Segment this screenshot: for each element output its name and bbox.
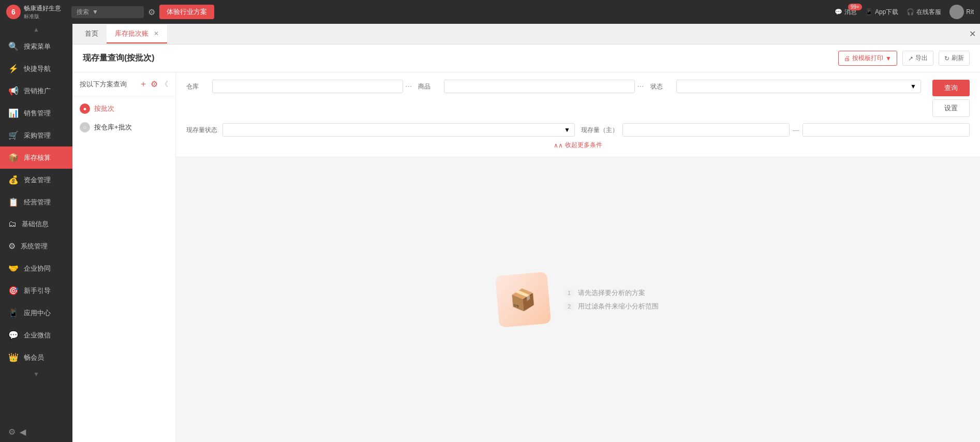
empty-illustration: 📦 <box>495 272 551 328</box>
logo-area: 6 畅康通好生意 标准版 <box>6 4 61 20</box>
tab-home[interactable]: 首页 <box>77 25 107 43</box>
user-avatar <box>949 5 964 19</box>
sidebar-item-quick-nav[interactable]: ⚡ 快捷导航 <box>0 57 72 80</box>
username-label: Rit <box>966 8 974 16</box>
sidebar-item-newbie[interactable]: 🎯 新手引导 <box>0 279 72 302</box>
sidebar-item-system[interactable]: ⚙ 系统管理 <box>0 235 72 257</box>
status-select[interactable]: ▼ <box>676 80 922 93</box>
collapse-up-icon: ∧∧ <box>554 142 563 149</box>
quantity-max-input[interactable] <box>803 123 970 137</box>
collapse-filters-button[interactable]: ∧∧ 收起更多条件 <box>186 141 970 150</box>
sidebar-item-purchase[interactable]: 🛒 采购管理 <box>0 124 72 146</box>
sales-icon: 📊 <box>8 108 19 118</box>
sidebar-item-marketing[interactable]: 📢 营销推广 <box>0 80 72 102</box>
sidebar-item-vip[interactable]: 👑 畅会员 <box>0 346 72 369</box>
warehouse-label: 仓库 <box>186 82 212 91</box>
refresh-button[interactable]: ↻ 刷新 <box>939 51 970 66</box>
header-right: 💬 消息 99+ 📱 App下载 🎧 在线客服 Rit <box>835 5 974 19</box>
filter-area: 仓库 ··· 商品 ··· 状态 <box>176 72 980 157</box>
header-middle: 搜索 ▼ ⚙ 体验行业方案 <box>61 5 835 19</box>
quantity-min-input[interactable] <box>622 123 790 137</box>
sidebar-item-label: 搜索菜单 <box>24 42 51 51</box>
warehouse-input[interactable] <box>212 80 403 93</box>
app-download-button[interactable]: 📱 App下载 <box>865 8 898 17</box>
app-center-icon: 📱 <box>8 308 19 318</box>
main-layout: ▲ 🔍 搜索菜单 ⚡ 快捷导航 📢 营销推广 📊 销售管理 🛒 采购管理 📦 库… <box>0 24 980 442</box>
inventory-status-filter-group: 现存量状态 ▼ <box>186 123 575 137</box>
message-icon: 💬 <box>835 8 842 16</box>
page-title: 现存量查询(按批次) <box>83 53 155 64</box>
page-actions: 🖨 按模板打印 ▼ ↗ 导出 ↻ 刷新 <box>838 51 970 66</box>
sidebar: ▲ 🔍 搜索菜单 ⚡ 快捷导航 📢 营销推广 📊 销售管理 🛒 采购管理 📦 库… <box>0 24 72 442</box>
product-more-icon[interactable]: ··· <box>637 82 644 91</box>
basics-icon: 🗂 <box>8 219 17 229</box>
header-search-bar[interactable]: 搜索 ▼ <box>71 6 144 18</box>
tab-bar-close-button[interactable]: ✕ <box>969 29 976 39</box>
finance-icon: 💰 <box>8 175 19 185</box>
sidebar-item-enterprise[interactable]: 🤝 企业协同 <box>0 257 72 279</box>
range-dash: — <box>793 126 799 134</box>
sidebar-item-finance[interactable]: 💰 资金管理 <box>0 169 72 191</box>
newbie-icon: 🎯 <box>8 286 19 296</box>
sidebar-scroll-up[interactable]: ▲ <box>0 24 72 35</box>
user-area[interactable]: Rit <box>949 5 974 19</box>
sidebar-item-enterprise-wechat[interactable]: 💬 企业微信 <box>0 324 72 346</box>
search-dropdown-arrow: ▼ <box>92 8 98 16</box>
empty-state: 📦 1 请先选择要分析的方案 2 用过滤条件来缩小分析范围 <box>176 157 980 442</box>
warehouse-more-icon[interactable]: ··· <box>405 82 412 91</box>
refresh-icon: ↻ <box>944 55 949 62</box>
tab-inventory-batch[interactable]: 库存批次账 ✕ <box>107 25 167 43</box>
sidebar-item-search-menu[interactable]: 🔍 搜索菜单 <box>0 35 72 57</box>
collapse-panel-button[interactable]: 《 <box>161 80 168 89</box>
export-button[interactable]: ↗ 导出 <box>902 51 933 66</box>
sidebar-item-label: 资金管理 <box>24 175 51 185</box>
sidebar-item-label: 企业微信 <box>24 331 51 340</box>
empty-tip-2: 2 用过滤条件来缩小分析范围 <box>565 302 659 311</box>
sidebar-item-inventory[interactable]: 📦 库存核算 <box>0 146 72 169</box>
export-icon: ↗ <box>908 55 913 62</box>
collapse-filters-label: 收起更多条件 <box>565 141 602 150</box>
tab-bar: 首页 库存批次账 ✕ ✕ <box>72 24 980 45</box>
sidebar-collapse-button[interactable]: ◀ <box>20 427 26 437</box>
sidebar-item-label: 快捷导航 <box>24 64 51 73</box>
vip-icon: 👑 <box>8 352 19 362</box>
plan-settings-button[interactable]: ⚙ <box>151 79 158 89</box>
plan-item-by-batch[interactable]: ● 按批次 <box>72 99 175 118</box>
sidebar-item-basics[interactable]: 🗂 基础信息 <box>0 213 72 235</box>
operations-icon: 📋 <box>8 197 19 207</box>
sidebar-scroll-down[interactable]: ▼ <box>0 369 72 380</box>
search-label: 搜索 <box>77 8 89 17</box>
product-filter-group: 商品 ··· <box>418 80 644 93</box>
top-header: 6 畅康通好生意 标准版 搜索 ▼ ⚙ 体验行业方案 💬 消息 99+ 📱 Ap… <box>0 0 980 24</box>
messages-button[interactable]: 💬 消息 99+ <box>835 8 857 17</box>
try-industry-button[interactable]: 体验行业方案 <box>159 5 214 19</box>
query-button[interactable]: 查询 <box>932 80 970 96</box>
plan-item-by-warehouse-batch[interactable]: ○ 按仓库+批次 <box>72 118 175 137</box>
print-button[interactable]: 🖨 按模板打印 ▼ <box>838 51 897 66</box>
tab-close-icon[interactable]: ✕ <box>154 30 159 37</box>
sidebar-item-label: 企业协同 <box>24 264 51 273</box>
quantity-label: 现存量（主） <box>581 126 622 135</box>
sidebar-settings-button[interactable]: ⚙ <box>8 427 16 437</box>
product-input[interactable] <box>444 80 635 93</box>
plan-icon-active: ● <box>80 104 90 114</box>
status-filter-group: 状态 ▼ <box>650 80 922 93</box>
sidebar-item-operations[interactable]: 📋 经营管理 <box>0 191 72 213</box>
online-service-button[interactable]: 🎧 在线客服 <box>907 8 941 17</box>
sidebar-item-app-center[interactable]: 📱 应用中心 <box>0 302 72 324</box>
sidebar-item-sales[interactable]: 📊 销售管理 <box>0 102 72 124</box>
sidebar-bottom: ⚙ ◀ <box>0 422 72 442</box>
sidebar-item-label: 经营管理 <box>24 198 51 207</box>
print-icon: 🖨 <box>844 55 850 62</box>
tip-num-1: 1 <box>565 288 574 298</box>
plan-icon-inactive: ○ <box>80 122 90 132</box>
left-panel-actions: ＋ ⚙ 《 <box>139 79 168 90</box>
empty-tip-1: 1 请先选择要分析的方案 <box>565 288 659 298</box>
header-gear-button[interactable]: ⚙ <box>148 7 155 17</box>
settings-button[interactable]: 设置 <box>932 99 970 117</box>
inventory-icon: 📦 <box>8 153 19 163</box>
add-plan-button[interactable]: ＋ <box>139 79 147 90</box>
inventory-status-select[interactable]: ▼ <box>222 123 575 137</box>
sidebar-item-label: 基础信息 <box>22 219 49 229</box>
company-name: 畅康通好生意 <box>24 4 61 13</box>
